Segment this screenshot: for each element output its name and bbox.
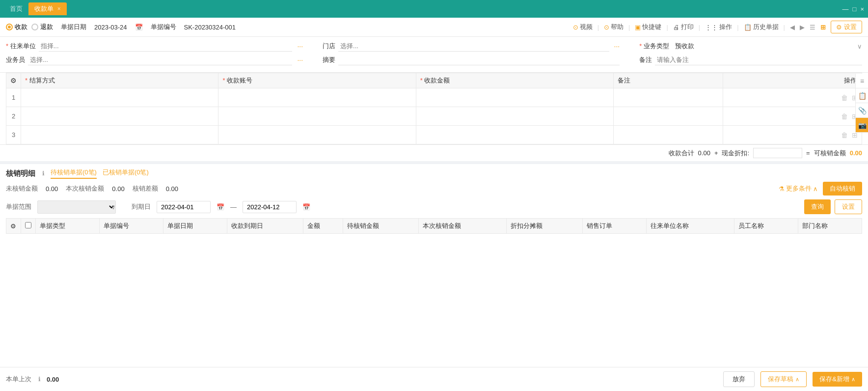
store-input[interactable]: [338, 41, 609, 52]
to-date-input[interactable]: [243, 201, 297, 213]
calendar-icon[interactable]: 📅: [135, 24, 143, 31]
row-1-remark[interactable]: [614, 88, 723, 107]
row-2-ops: 🗑 ⊞: [723, 107, 862, 126]
shortcut-action[interactable]: ▣ 快捷键: [635, 23, 661, 31]
from-date-input[interactable]: [157, 201, 211, 213]
print-icon: 🖨: [673, 24, 679, 31]
verify-pending-tab[interactable]: 待核销单据(0笔): [51, 168, 97, 179]
form-area: 往来单位 ··· 门店 ··· 业务类型 预收款 ∨ 业务员 ···: [0, 37, 868, 73]
bottom-settings-button[interactable]: 设置: [835, 199, 862, 214]
right-panel-icon-2[interactable]: 📋: [856, 88, 868, 103]
toolbar: 收款 退款 单据日期 2023-03-24 📅 单据编号 SK-20230324…: [0, 18, 868, 37]
biztype-dropdown-icon[interactable]: ∨: [857, 43, 862, 50]
counterparty-field: 往来单位 ···: [6, 41, 303, 52]
right-panel-icon-1[interactable]: ≡: [856, 74, 868, 88]
total-label: 收款合计: [669, 149, 694, 158]
cal-from-icon[interactable]: 📅: [217, 203, 224, 211]
row-3-delete-icon[interactable]: 🗑: [841, 131, 848, 139]
operation-action[interactable]: ⋮⋮ 操作: [705, 23, 732, 31]
nav-receipt[interactable]: 收款单 ×: [28, 2, 67, 15]
settings-button[interactable]: ⚙ 设置: [831, 21, 862, 33]
verify-completed-tab[interactable]: 已核销单据(0笔): [103, 168, 149, 179]
table-gear-icon: ⚙: [10, 77, 17, 84]
nav-home[interactable]: 首页: [4, 2, 28, 15]
history-action[interactable]: 📋 历史单据: [744, 23, 779, 31]
filter-icon: ⚗: [779, 185, 785, 193]
row-2-amount[interactable]: [416, 107, 613, 126]
save-new-caret: ∧: [851, 376, 855, 383]
video-action[interactable]: ⊙ 视频: [573, 23, 593, 31]
save-new-button[interactable]: 保存&新增 ∧: [813, 372, 862, 387]
btable-check-header[interactable]: [21, 219, 36, 234]
right-panel-icon-4[interactable]: 📷: [856, 118, 868, 133]
row-1-amount[interactable]: [416, 88, 613, 107]
row-1-account[interactable]: [218, 88, 416, 107]
bottom-table: ⚙ 单据类型 单据编号 单据日期 收款到期日 金额 待核销金额 本次核销金额 折…: [6, 218, 862, 234]
select-all-checkbox[interactable]: [25, 222, 31, 228]
settings-gear-icon: ⚙: [836, 24, 842, 31]
chevron-up-icon: ∧: [813, 185, 818, 193]
btable-gear-header[interactable]: ⚙: [6, 219, 21, 234]
filter-row: 单据范围 ∨ 到期日 📅 — 📅 查询 设置: [6, 199, 862, 214]
btable-col-type: 单据类型: [36, 219, 100, 234]
summary-input[interactable]: [338, 55, 620, 65]
btable-col-amount: 金额: [303, 219, 343, 234]
counterparty-more[interactable]: ···: [297, 42, 303, 50]
store-more[interactable]: ···: [614, 42, 620, 50]
radio-refund[interactable]: 退款: [31, 23, 53, 31]
window-close-icon[interactable]: ×: [860, 5, 864, 13]
staff-input[interactable]: [28, 55, 292, 65]
nav-left-icon[interactable]: ◀: [790, 24, 795, 31]
net-label: 可核销金额: [814, 149, 846, 158]
remark-input[interactable]: [655, 55, 862, 65]
discard-button[interactable]: 放弃: [723, 371, 755, 387]
row-1-settle[interactable]: [21, 88, 218, 107]
discount-label: 现金折扣:: [722, 149, 749, 158]
verification-section: 核销明细 ℹ 待核销单据(0笔) 已核销单据(0笔) 未核销金额 0.00 本次…: [0, 161, 868, 367]
window-maximize-icon[interactable]: □: [853, 5, 857, 13]
row-3-settle[interactable]: [21, 126, 218, 144]
filter-range-select[interactable]: [37, 200, 116, 214]
staff-more[interactable]: ···: [297, 56, 303, 64]
row-2-delete-icon[interactable]: 🗑: [841, 112, 848, 120]
top-actions: ⊙ 视频 | ⊙ 帮助 | ▣ 快捷键 | 🖨 打印 | ⋮⋮ 操作: [573, 21, 862, 33]
remark-label: 备注: [639, 56, 652, 64]
radio-receive[interactable]: 收款: [6, 23, 27, 31]
equal-sign: =: [806, 149, 810, 157]
col-account: 收款账号: [218, 73, 416, 88]
save-draft-caret: ∧: [795, 376, 799, 383]
verify-info-icon[interactable]: ℹ: [42, 170, 45, 177]
row-1-delete-icon[interactable]: 🗑: [841, 94, 848, 102]
tab-close-icon[interactable]: ×: [57, 5, 61, 12]
row-2-settle[interactable]: [21, 107, 218, 126]
right-panel-icon-3[interactable]: 📎: [856, 103, 868, 118]
btable-col-dept: 部门名称: [798, 219, 862, 234]
auto-verify-button[interactable]: 自动核销: [823, 182, 862, 196]
bottom-table-wrap: ⚙ 单据类型 单据编号 单据日期 收款到期日 金额 待核销金额 本次核销金额 折…: [6, 218, 862, 363]
row-3-remark[interactable]: [614, 126, 723, 144]
table-row: 2 🗑 ⊞: [6, 107, 862, 126]
row-2-remark[interactable]: [614, 107, 723, 126]
col-settle-method: 结算方式: [21, 73, 218, 88]
row-3-amount[interactable]: [416, 126, 613, 144]
more-conditions-btn[interactable]: ⚗ 更多条件 ∧: [779, 184, 818, 193]
grid-view-icon[interactable]: ⊞: [820, 24, 826, 31]
cal-to-icon[interactable]: 📅: [302, 203, 310, 211]
help-action[interactable]: ⊙ 帮助: [604, 23, 624, 31]
footer-info-icon[interactable]: ℹ: [38, 376, 41, 383]
row-2-account[interactable]: [218, 107, 416, 126]
staff-field: 业务员 ···: [6, 55, 303, 65]
save-draft-button[interactable]: 保存草稿 ∧: [760, 371, 807, 387]
row-3-account[interactable]: [218, 126, 416, 144]
counterparty-input[interactable]: [39, 41, 293, 52]
nav-right-icon[interactable]: ▶: [800, 24, 805, 31]
table-settings-header[interactable]: ⚙: [6, 73, 21, 88]
window-minimize-icon[interactable]: —: [842, 5, 849, 13]
discount-input[interactable]: [753, 148, 802, 158]
list-view-icon[interactable]: ☰: [810, 24, 815, 31]
print-action[interactable]: 🖨 打印: [673, 23, 694, 31]
filter-range-label: 单据范围: [6, 202, 31, 211]
query-button[interactable]: 查询: [804, 199, 831, 214]
row-num-1: 1: [6, 88, 21, 107]
summary-label: 摘要: [323, 56, 335, 64]
